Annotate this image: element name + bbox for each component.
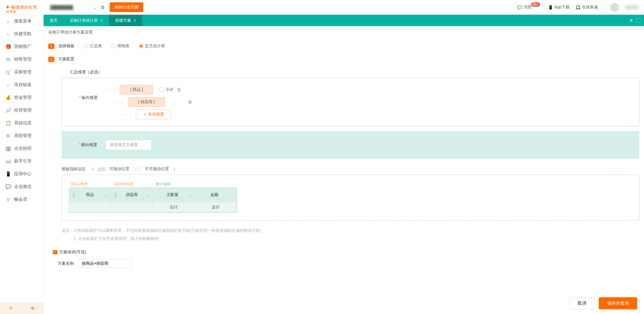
sidebar-label: 采购管理 <box>14 69 32 75</box>
sidebar-label: 企业协同 <box>14 145 32 151</box>
sidebar-label: 销售管理 <box>14 56 32 62</box>
sidebar-icon: 📈 <box>5 108 11 113</box>
add-dimension-button[interactable]: ＋ 添加维度 <box>136 110 171 119</box>
sidebar-item-10[interactable]: 🏢企业协同 <box>0 142 43 155</box>
tips: 提示：1.拖动标题栏可以调整布局，不可跨维度或指标区域拖动栏目字段(只能在同一维… <box>62 227 639 243</box>
template-radio-1[interactable]: 明细表 <box>111 43 129 49</box>
sidebar-item-11[interactable]: 📖新手引导 <box>0 155 43 168</box>
message-badge: 99+ <box>531 2 540 7</box>
avatar[interactable] <box>610 3 619 12</box>
sidebar-item-3[interactable]: 🛍销售管理 <box>0 53 43 66</box>
sidebar-label: 企业微信 <box>14 184 32 190</box>
sidebar-item-13[interactable]: 💬企业微信 <box>0 180 43 193</box>
sidebar-label: 营销推广 <box>14 44 32 50</box>
sidebar-icon: 🛒 <box>5 69 11 75</box>
sidebar-settings-icon[interactable]: ⚙ <box>0 302 22 314</box>
sidebar-item-6[interactable]: 💰资金管理 <box>0 91 43 104</box>
plan-name-input[interactable] <box>78 259 132 268</box>
sidebar-item-7[interactable]: 📈经营管理 <box>0 104 43 117</box>
dim-chip-product[interactable]: [ 商品 ] <box>120 85 153 95</box>
tab-0[interactable]: 首页 <box>44 15 64 26</box>
step2-number: 2 <box>48 57 54 62</box>
metric-box: [商品]维度 [供应商]维度 统计指标 ∑商品⌄ ∑供应商⌄ 主数量⌄ 金额⌄ <box>62 175 639 221</box>
save-checkbox-row[interactable]: 方案保存(可选) <box>53 249 635 255</box>
app-header: ✦ 畅捷通好生意 标准版 ████████ ⌄ ⚙ 体验行业方案 💬 消息 99… <box>0 0 644 15</box>
metric-header-amount[interactable]: 金额⌄ <box>195 188 237 202</box>
sidebar-item-8[interactable]: 📋基础信息 <box>0 117 43 129</box>
online-service-button[interactable]: 🎧 在线客服 <box>576 4 598 10</box>
radio-icon <box>111 44 116 48</box>
metric-col-groups: [商品]维度 [供应商]维度 统计指标 <box>69 182 632 187</box>
headset-icon: 🎧 <box>576 5 581 10</box>
messages-button[interactable]: 💬 消息 99+ <box>517 4 542 10</box>
metric-table: ∑商品⌄ ∑供应商⌄ 主数量⌄ 金额⌄ 合计 合计 <box>69 187 237 213</box>
header-right: 💬 消息 99+ 📱 App下载 🎧 在线客服 <box>517 3 639 12</box>
sidebar-label: 经营管理 <box>14 107 32 113</box>
sidebar-icon: ⌕ <box>5 18 11 24</box>
sidebar-item-12[interactable]: 📱应用中心 <box>0 168 43 180</box>
tab-close-icon[interactable]: ✕ <box>133 18 136 23</box>
sidebar-item-1[interactable]: ⌂快捷导航 <box>0 27 43 40</box>
experience-plan-button[interactable]: 体验行业方案 <box>110 2 143 12</box>
dim-chip-supplier[interactable]: [ 供应商 ] <box>128 97 165 107</box>
gear-icon[interactable]: ⚙ <box>101 5 105 10</box>
sidebar-label: 新手引导 <box>14 158 32 164</box>
horizontal-dim-box: *横向维度 请选择交叉维度 <box>62 131 639 159</box>
radio-icon <box>84 44 88 48</box>
subtotal-checkbox[interactable]: 小计 <box>159 87 173 92</box>
sidebar-icon: 📱 <box>5 171 11 177</box>
sidebar-label: 搜索菜单 <box>14 18 32 24</box>
metric-legend: 模板指标设定 （ 可拖动位置 不可拖动位置 ） <box>62 164 639 175</box>
sidebar-item-5[interactable]: ⌂库存核算 <box>0 78 43 91</box>
sidebar-label: 快捷导航 <box>14 31 32 37</box>
template-radio-0[interactable]: 汇总表 <box>84 43 102 49</box>
template-radio-2[interactable]: 交叉统计表 <box>139 43 165 49</box>
checkbox-icon <box>159 87 164 92</box>
metric-header-product[interactable]: ∑商品⌄ <box>69 188 111 202</box>
step1-row: 1 选择模板 汇总表明细表交叉统计表 <box>48 39 639 52</box>
tab-fullscreen-icon[interactable]: ⛶ <box>636 18 641 23</box>
metric-header-supplier[interactable]: ∑供应商⌄ <box>111 188 153 202</box>
sidebar-label: 资金管理 <box>14 95 32 101</box>
horizontal-dim-select[interactable]: 请选择交叉维度 <box>105 140 152 150</box>
sidebar-icon: 💰 <box>5 95 11 100</box>
sidebar-icon: 📋 <box>5 120 11 126</box>
tab-2[interactable]: 新建方案✕ <box>109 15 142 26</box>
sidebar: ⌕搜索菜单⌂快捷导航🎁营销推广🛍销售管理🛒采购管理⌂库存核算💰资金管理📈经营管理… <box>0 15 44 314</box>
main-area: 首页采购订单统计表✕新建方案✕ ✕ ⛶ 采购订单统计表方案设置 1 选择模板 汇… <box>44 15 644 314</box>
sidebar-icon: 💬 <box>5 184 11 189</box>
tab-close-icon[interactable]: ✕ <box>100 18 103 23</box>
delete-dim-icon[interactable]: 🗑 <box>177 87 181 92</box>
logo-edition: 标准版 <box>6 9 16 14</box>
sidebar-icon: 🎁 <box>5 44 11 49</box>
sidebar-item-9[interactable]: ⚙系统管理 <box>0 129 43 142</box>
app-download-button[interactable]: 📱 App下载 <box>548 4 570 10</box>
sidebar-collapse-icon[interactable]: ◀) <box>22 302 44 314</box>
step1-number: 1 <box>48 44 54 49</box>
sidebar-label: 畅会员 <box>14 196 27 202</box>
cancel-button[interactable]: 取消 <box>569 297 595 309</box>
delete-dim-icon[interactable]: 🗑 <box>188 100 192 105</box>
sidebar-icon: ⌂ <box>5 82 11 87</box>
org-caret-icon[interactable]: ⌄ <box>93 5 97 10</box>
sidebar-icon: 🛍 <box>5 57 11 62</box>
sidebar-icon: ⌂ <box>5 31 11 37</box>
content: 1 选择模板 汇总表明细表交叉统计表 2 方案配置 汇总维度（必选） *纵向维度 <box>44 39 644 314</box>
checkbox-icon <box>53 250 57 254</box>
sidebar-item-14[interactable]: V畅会员 <box>0 193 43 206</box>
save-and-query-button[interactable]: 保存并查询 <box>599 297 637 309</box>
message-icon: 💬 <box>517 5 522 10</box>
tab-1[interactable]: 采购订单统计表✕ <box>64 15 109 26</box>
metric-header-qty[interactable]: 主数量⌄ <box>153 188 195 202</box>
sidebar-label: 应用中心 <box>14 171 32 177</box>
sidebar-icon: V <box>5 197 11 202</box>
sidebar-item-2[interactable]: 🎁营销推广 <box>0 40 43 53</box>
org-selector[interactable]: ████████ <box>50 5 73 10</box>
sidebar-label: 基础信息 <box>14 120 32 126</box>
tab-close-all-icon[interactable]: ✕ <box>629 18 633 23</box>
sidebar-icon: 🏢 <box>5 146 11 151</box>
sidebar-icon: ⚙ <box>5 133 11 138</box>
sidebar-item-0[interactable]: ⌕搜索菜单 <box>0 15 43 27</box>
sidebar-item-4[interactable]: 🛒采购管理 <box>0 66 43 78</box>
horizontal-dim-label: *横向维度 <box>70 142 97 148</box>
